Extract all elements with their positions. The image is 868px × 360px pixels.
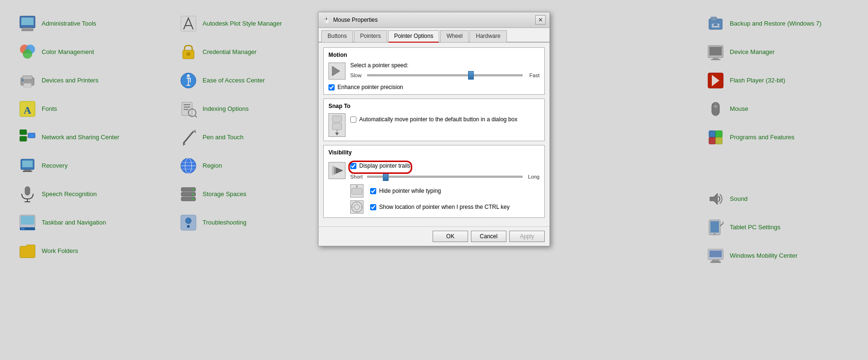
visibility-title: Visibility	[328, 149, 540, 156]
snap-to-content: Automatically move pointer to the defaul…	[350, 113, 540, 123]
tab-pointer-options[interactable]: Pointer Options	[388, 30, 440, 42]
speed-control: Select a pointer speed: Slow Fast	[350, 62, 540, 80]
short-label: Short	[350, 174, 364, 180]
tab-buttons[interactable]: Buttons	[321, 30, 353, 42]
speed-slider-container[interactable]	[367, 71, 523, 80]
svg-rect-87	[332, 123, 342, 130]
tab-hardware[interactable]: Hardware	[469, 30, 506, 42]
tab-pointer-options-label: Pointer Options	[394, 33, 434, 39]
svg-rect-93	[352, 188, 362, 194]
show-location-label: Show location of pointer when I press th…	[379, 204, 510, 210]
ok-button[interactable]: OK	[433, 231, 468, 242]
auto-move-checkbox[interactable]	[350, 117, 356, 123]
fast-label: Fast	[525, 72, 540, 78]
slow-label: Slow	[350, 72, 364, 78]
display-trails-row: Display pointer trails	[350, 162, 540, 169]
svg-marker-94	[356, 186, 358, 189]
long-label: Long	[525, 174, 540, 180]
cancel-button[interactable]: Cancel	[471, 231, 506, 242]
svg-marker-92	[336, 168, 343, 173]
trails-slider-container[interactable]	[367, 172, 523, 181]
modal-overlay: 🖱️ Mouse Properties ✕ Buttons Pointers P…	[0, 0, 868, 360]
dialog-title-text: Mouse Properties	[333, 17, 378, 23]
dialog-title-left: 🖱️ Mouse Properties	[322, 16, 378, 24]
display-trails-label: Display pointer trails	[359, 162, 410, 169]
motion-section: Motion Select a pointer speed: Slow	[323, 47, 545, 95]
auto-move-row: Automatically move pointer to the defaul…	[350, 116, 540, 123]
hide-typing-row: Hide pointer while typing	[350, 184, 540, 198]
svg-rect-86	[332, 116, 342, 122]
hide-typing-icon	[350, 184, 363, 198]
snap-to-icon	[328, 113, 345, 137]
motion-row: Select a pointer speed: Slow Fast	[328, 62, 540, 80]
show-location-row: Show location of pointer when I press th…	[350, 200, 540, 214]
dialog-body: Motion Select a pointer speed: Slow	[319, 43, 549, 226]
visibility-section: Visibility Display pointer trails	[323, 145, 545, 218]
trails-icon	[328, 162, 345, 179]
show-location-icon	[350, 200, 363, 214]
hide-typing-checkbox[interactable]	[370, 188, 376, 194]
enhance-precision-row: Enhance pointer precision	[328, 84, 540, 90]
trails-content: Display pointer trails Short Long	[350, 160, 540, 181]
svg-marker-84	[332, 66, 340, 76]
auto-move-label: Automatically move pointer to the defaul…	[359, 116, 517, 123]
speed-slider-row: Slow Fast	[350, 71, 540, 80]
snap-to-section: Snap To Automatically move poi	[323, 99, 545, 141]
motion-title: Motion	[328, 52, 540, 58]
trails-slider-row: Short Long	[350, 172, 540, 181]
snap-to-title: Snap To	[328, 103, 540, 109]
display-trails-checkbox[interactable]	[350, 163, 356, 169]
hide-typing-label: Hide pointer while typing	[379, 188, 441, 194]
show-location-checkbox[interactable]	[370, 204, 376, 210]
dialog-title-icon: 🖱️	[322, 16, 330, 24]
dialog-titlebar[interactable]: 🖱️ Mouse Properties ✕	[319, 12, 549, 28]
tab-wheel[interactable]: Wheel	[440, 30, 469, 42]
svg-marker-88	[335, 133, 339, 135]
speed-label: Select a pointer speed:	[350, 62, 540, 69]
dialog-footer: OK Cancel Apply	[319, 226, 549, 246]
tab-pointers[interactable]: Pointers	[354, 30, 387, 42]
mouse-properties-dialog: 🖱️ Mouse Properties ✕ Buttons Pointers P…	[318, 12, 550, 246]
dialog-tabs: Buttons Pointers Pointer Options Wheel H…	[319, 28, 549, 43]
motion-icon	[328, 63, 345, 80]
dialog-close-button[interactable]: ✕	[535, 15, 546, 25]
enhance-precision-checkbox[interactable]	[328, 84, 335, 90]
trails-row: Display pointer trails Short Long	[328, 160, 540, 181]
svg-point-96	[354, 204, 359, 209]
snap-to-row: Automatically move pointer to the defaul…	[328, 113, 540, 137]
apply-button[interactable]: Apply	[509, 231, 545, 242]
enhance-precision-label: Enhance pointer precision	[337, 84, 403, 90]
